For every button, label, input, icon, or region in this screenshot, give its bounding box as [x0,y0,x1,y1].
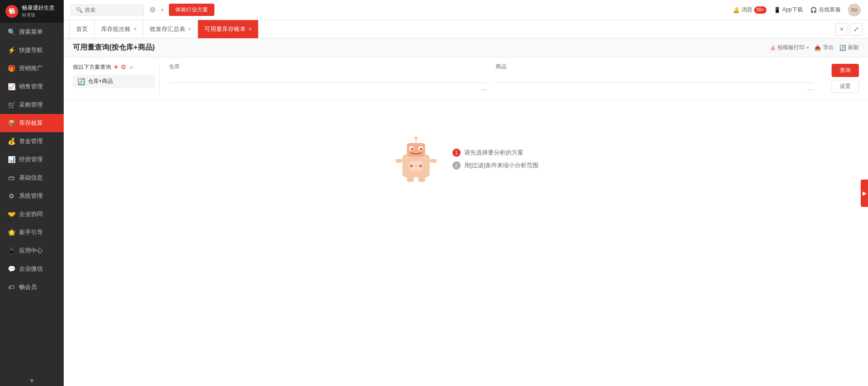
dropdown-arrow-icon[interactable]: ▾ [161,7,163,12]
tip-num-1: 1 [452,149,461,157]
chat-icon: 💬 [7,265,15,273]
page-header-actions: 🖨 按模板打印 ▾ 📤 导出 🔄 刷新 [770,44,859,51]
search-icon: 🔍 [76,7,83,13]
tab-home[interactable]: 首页 [69,20,95,38]
tab-close-button[interactable]: × [835,23,848,36]
tabbar: 首页 库存批次账 × 收发存汇总表 × 可用量库存账本 × × ⤢ [64,20,868,38]
filter-warehouse-input[interactable] [169,72,487,83]
gift-icon: 🎁 [7,64,15,72]
message-button[interactable]: 🔔 消息 99+ [733,6,766,14]
online-service-label: 在线客服 [819,6,841,14]
sidebar-item-quicknav[interactable]: ⚡ 快捷导航 [0,41,64,59]
topbar: 🔍 ⚙ ▾ 体验行业方案 🔔 消息 99+ 📱 App下载 🎧 在线客服 Rit [64,0,868,20]
svg-rect-11 [418,176,425,182]
refresh-button[interactable]: 🔄 刷新 [839,44,859,51]
online-service-button[interactable]: 🎧 在线客服 [810,6,841,14]
tab-batch-account-close[interactable]: × [133,26,137,32]
sidebar-item-label: 畅会员 [19,283,37,291]
tab-receipt-summary[interactable]: 收发存汇总表 × [143,20,198,38]
sidebar-item-label: 库存核算 [19,119,43,127]
topbar-search-box[interactable]: 🔍 [71,5,144,15]
sidebar-item-finance[interactable]: 💰 资金管理 [0,132,64,150]
sidebar-item-appcenter[interactable]: 📱 应用中心 [0,242,64,260]
chart-icon: 📈 [7,82,15,91]
tab-receipt-summary-close[interactable]: × [188,26,191,32]
chevron-down-icon: ▼ [29,377,35,384]
search-icon: 🔍 [7,28,15,36]
sidebar-scroll-down[interactable]: ▼ [0,376,64,386]
tab-receipt-summary-label: 收发存汇总表 [150,25,185,33]
message-label: 消息 [741,6,752,14]
sidebar-item-guide[interactable]: 🌟 新手引导 [0,223,64,242]
filter-goods-input[interactable] [496,72,813,83]
sidebar-item-member[interactable]: 🏷 畅会员 [0,278,64,296]
app-download-button[interactable]: 📱 App下载 [774,6,803,14]
export-button[interactable]: 📤 导出 [814,44,834,51]
sidebar-item-search[interactable]: 🔍 搜索菜单 [0,23,64,41]
empty-tips: 1 请先选择要分析的方案 2 用[过滤]条件来缩小分析范围 [452,149,538,170]
tab-expand-button[interactable]: ⤢ [850,23,863,36]
sidebar-item-system[interactable]: ⚙ 系统管理 [0,187,64,205]
industry-solution-button[interactable]: 体验行业方案 [169,4,214,16]
tab-home-label: 首页 [76,25,88,33]
empty-tip-2: 2 用[过滤]条件来缩小分析范围 [452,161,538,170]
tab-available-account-close[interactable]: × [249,26,252,32]
settings-schema-icon[interactable]: ⚙ [121,63,127,71]
tab-batch-account[interactable]: 库存批次账 × [95,20,143,38]
box-icon: 📦 [7,119,15,127]
sidebar-item-operation[interactable]: 📊 经营管理 [0,150,64,169]
filter-schema-panel: 按以下方案查询 + ⚙ « 🔄 仓库+商品 [73,63,155,88]
filter-schema-title: 按以下方案查询 [73,63,111,71]
tag-icon: 🏷 [7,283,15,291]
avatar[interactable]: Rit [848,4,861,16]
svg-point-14 [415,165,417,167]
bell-icon: 🔔 [733,7,740,13]
sidebar-subtitle: 标准版 [22,12,55,18]
schema-label: 仓库+商品 [88,77,113,85]
sidebar-item-enterprise[interactable]: 🤝 企业协同 [0,205,64,223]
tab-available-account[interactable]: 可用量库存账本 × [198,20,259,38]
page-content: 可用量查询(按仓库+商品) 🖨 按模板打印 ▾ 📤 导出 🔄 刷新 [64,38,868,386]
filter-warehouse-field: 仓库 ··· [169,63,487,94]
sidebar-item-label: 企业协同 [19,210,43,218]
sidebar-item-label: 搜索菜单 [19,28,43,36]
query-button[interactable]: 查询 [832,64,859,77]
svg-point-13 [410,165,413,167]
sidebar-item-label: 采购管理 [19,101,43,109]
filter-warehouse-label: 仓库 [169,63,487,71]
filter-schema-header: 按以下方案查询 + ⚙ « [73,63,155,71]
headset-icon: 🎧 [810,7,817,13]
svg-point-4 [411,148,413,150]
filter-settings-button[interactable]: 设置 [832,80,859,93]
sidebar-item-wechat[interactable]: 💬 企业微信 [0,260,64,278]
svg-rect-9 [430,159,437,163]
search-input[interactable] [85,7,139,13]
empty-state: 1 请先选择要分析的方案 2 用[过滤]条件来缩小分析范围 [64,100,868,218]
settings-icon[interactable]: ⚙ [149,5,156,14]
sidebar-item-inventory[interactable]: 📦 库存核算 [0,114,64,132]
sidebar-title: 畅康通好生意 [22,5,55,12]
sidebar-item-label: 应用中心 [19,247,43,255]
sidebar-item-label: 销售管理 [19,82,43,91]
filter-section: 按以下方案查询 + ⚙ « 🔄 仓库+商品 仓库 ··· [64,57,868,100]
phone-icon: 📱 [774,7,781,13]
export-icon: 📤 [814,45,821,51]
goods-more-icon[interactable]: ··· [807,86,813,94]
print-dropdown-icon[interactable]: ▾ [807,45,809,50]
schema-warehouse-goods[interactable]: 🔄 仓库+商品 [73,75,155,88]
right-scroll-button[interactable]: ▶ [861,180,868,207]
sidebar-item-marketing[interactable]: 🎁 营销推广 [0,59,64,77]
svg-rect-10 [407,176,414,182]
sidebar-item-sales[interactable]: 📈 销售管理 [0,77,64,96]
sidebar-item-purchase[interactable]: 🛒 采购管理 [0,96,64,114]
svg-point-7 [415,137,417,139]
sidebar-item-basic[interactable]: 🗃 基础信息 [0,169,64,187]
sidebar-logo: 畅 [5,5,18,18]
warehouse-more-icon[interactable]: ··· [481,86,487,94]
empty-state-content: 1 请先选择要分析的方案 2 用[过滤]条件来缩小分析范围 [393,136,538,182]
money-icon: 💰 [7,137,15,145]
tab-available-account-label: 可用量库存账本 [204,25,246,33]
add-schema-icon[interactable]: + [114,63,118,71]
collapse-icon[interactable]: « [129,63,133,71]
template-print-button[interactable]: 🖨 按模板打印 ▾ [770,44,809,51]
